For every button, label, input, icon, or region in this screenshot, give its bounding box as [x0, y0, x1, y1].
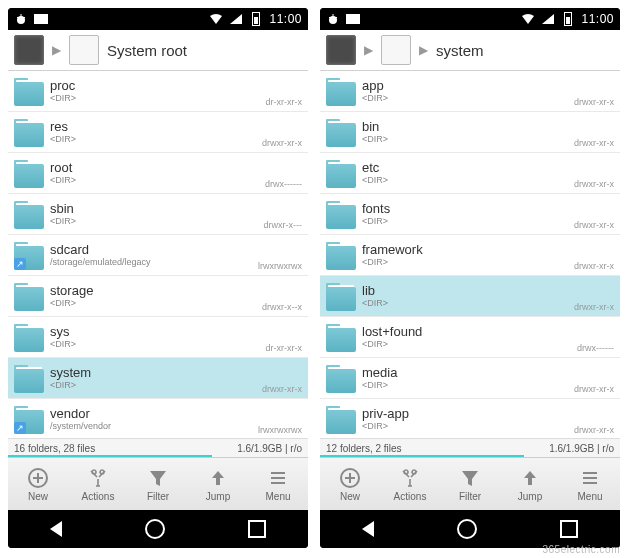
item-permissions: lrwxrwxrwx	[258, 425, 302, 435]
list-item[interactable]: etc<DIR>drwxr-xr-x	[320, 153, 620, 194]
list-item[interactable]: priv-app<DIR>drwxr-xr-x	[320, 399, 620, 438]
item-name: res	[50, 120, 308, 133]
item-permissions: drwxr-xr-x	[574, 425, 614, 435]
list-item[interactable]: ↗sdcard/storage/emulated/legacylrwxrwxrw…	[8, 235, 308, 276]
signal-icon	[229, 12, 243, 26]
item-permissions: drwx------	[577, 343, 614, 353]
folder-icon	[326, 363, 356, 393]
home-button[interactable]	[457, 519, 477, 539]
storage-device-icon[interactable]	[326, 35, 356, 65]
item-permissions: drwxr-xr-x	[574, 138, 614, 148]
jump-button[interactable]: Jump	[500, 458, 560, 510]
clock: 11:00	[581, 12, 614, 26]
file-list[interactable]: app<DIR>drwxr-xr-xbin<DIR>drwxr-xr-xetc<…	[320, 71, 620, 438]
new-button[interactable]: New	[8, 458, 68, 510]
list-item[interactable]: lost+found<DIR>drwx------	[320, 317, 620, 358]
shortcut-badge-icon: ↗	[14, 258, 26, 270]
list-item[interactable]: sys<DIR>dr-xr-xr-x	[8, 317, 308, 358]
android-status-bar: 11:00	[320, 8, 620, 30]
folder-icon	[14, 363, 44, 393]
storage-usage: 1.6/1.9GB | r/o	[237, 443, 302, 454]
back-button[interactable]	[50, 521, 62, 537]
item-permissions: lrwxrwxrwx	[258, 261, 302, 271]
android-nav-bar	[8, 510, 308, 548]
item-permissions: drwxr-x---	[264, 220, 303, 230]
recents-button[interactable]	[560, 520, 578, 538]
folder-count: 16 folders, 28 files	[14, 443, 95, 454]
menu-button[interactable]: Menu	[248, 458, 308, 510]
list-item[interactable]: root<DIR>drwx------	[8, 153, 308, 194]
item-permissions: drwxr-xr-x	[574, 220, 614, 230]
list-item[interactable]: sbin<DIR>drwxr-x---	[8, 194, 308, 235]
battery-icon	[561, 12, 575, 26]
root-folder-icon[interactable]	[69, 35, 99, 65]
actions-button[interactable]: Actions	[380, 458, 440, 510]
screenshot-left: 11:00 ▶ System root proc<DIR>dr-xr-xr-xr…	[8, 8, 308, 548]
tools-icon	[87, 467, 109, 489]
shortcut-badge-icon: ↗	[14, 422, 26, 434]
filter-icon	[147, 467, 169, 489]
list-item[interactable]: storage<DIR>drwxr-x--x	[8, 276, 308, 317]
list-item[interactable]: framework<DIR>drwxr-xr-x	[320, 235, 620, 276]
item-name: sdcard	[50, 243, 308, 256]
item-permissions: drwx------	[265, 179, 302, 189]
item-permissions: drwxr-xr-x	[574, 179, 614, 189]
list-item[interactable]: ↗vendor/system/vendorlrwxrwxrwx	[8, 399, 308, 438]
chevron-right-icon: ▶	[52, 43, 61, 57]
summary-bar: 12 folders, 2 files 1.6/1.9GB | r/o	[320, 438, 620, 457]
filter-button[interactable]: Filter	[128, 458, 188, 510]
list-item[interactable]: media<DIR>drwxr-xr-x	[320, 358, 620, 399]
android-status-bar: 11:00	[8, 8, 308, 30]
breadcrumb-bar: ▶ ▶ system	[320, 30, 620, 71]
screenshot-right: 11:00 ▶ ▶ system app<DIR>drwxr-xr-xbin<D…	[320, 8, 620, 548]
jump-button[interactable]: Jump	[188, 458, 248, 510]
battery-icon	[249, 12, 263, 26]
folder-icon	[14, 281, 44, 311]
plus-icon	[27, 467, 49, 489]
item-name: lost+found	[362, 325, 620, 338]
debug-icon	[326, 12, 340, 26]
item-name: framework	[362, 243, 620, 256]
list-item[interactable]: app<DIR>drwxr-xr-x	[320, 71, 620, 112]
folder-icon	[326, 199, 356, 229]
storage-progress	[8, 455, 212, 457]
file-list[interactable]: proc<DIR>dr-xr-xr-xres<DIR>drwxr-xr-xroo…	[8, 71, 308, 438]
folder-icon	[326, 117, 356, 147]
folder-count: 12 folders, 2 files	[326, 443, 402, 454]
item-permissions: drwxr-xr-x	[262, 138, 302, 148]
menu-icon	[267, 467, 289, 489]
recents-button[interactable]	[248, 520, 266, 538]
back-button[interactable]	[362, 521, 374, 537]
home-button[interactable]	[145, 519, 165, 539]
breadcrumb-label[interactable]: system	[436, 42, 484, 59]
actions-button[interactable]: Actions	[68, 458, 128, 510]
wifi-icon	[209, 12, 223, 26]
list-item[interactable]: fonts<DIR>drwxr-xr-x	[320, 194, 620, 235]
svg-point-10	[329, 16, 337, 24]
item-name: media	[362, 366, 620, 379]
android-nav-bar	[320, 510, 620, 548]
menu-button[interactable]: Menu	[560, 458, 620, 510]
item-name: etc	[362, 161, 620, 174]
item-permissions: dr-xr-xr-x	[266, 343, 303, 353]
item-permissions: drwxr-xr-x	[574, 384, 614, 394]
filter-button[interactable]: Filter	[440, 458, 500, 510]
root-folder-icon[interactable]	[381, 35, 411, 65]
list-item[interactable]: res<DIR>drwxr-xr-x	[8, 112, 308, 153]
list-item[interactable]: proc<DIR>dr-xr-xr-x	[8, 71, 308, 112]
item-name: root	[50, 161, 308, 174]
filter-icon	[459, 467, 481, 489]
list-item[interactable]: system<DIR>drwxr-xr-x	[8, 358, 308, 399]
item-permissions: dr-xr-xr-x	[266, 97, 303, 107]
item-name: fonts	[362, 202, 620, 215]
menu-icon	[579, 467, 601, 489]
chevron-right-icon: ▶	[364, 43, 373, 57]
storage-device-icon[interactable]	[14, 35, 44, 65]
list-item[interactable]: lib<DIR>drwxr-xr-x	[320, 276, 620, 317]
list-item[interactable]: bin<DIR>drwxr-xr-x	[320, 112, 620, 153]
folder-icon	[326, 158, 356, 188]
breadcrumb-label[interactable]: System root	[107, 42, 187, 59]
item-permissions: drwxr-x--x	[262, 302, 302, 312]
summary-bar: 16 folders, 28 files 1.6/1.9GB | r/o	[8, 438, 308, 457]
new-button[interactable]: New	[320, 458, 380, 510]
